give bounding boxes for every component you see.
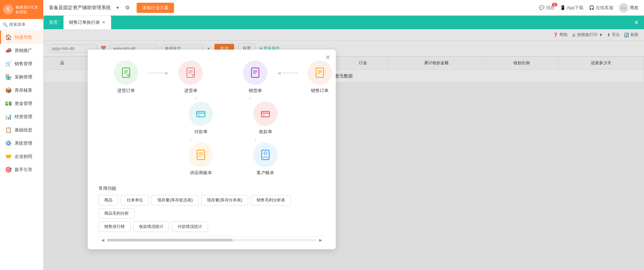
sidebar-item-enterprise[interactable]: 🤝 企业协同 — [0, 150, 43, 163]
svg-rect-28 — [262, 150, 269, 160]
header-right: 💬 消息 5 📱 App下载 🎧 在线客服 Ea 用友 — [539, 3, 639, 13]
modal-overlay[interactable]: ✕ — [43, 29, 644, 270]
experience-btn[interactable]: 体验行业方案 — [137, 3, 174, 13]
search-menu[interactable]: 🔍 搜索菜单 — [0, 19, 43, 31]
scroll-right-arrow[interactable]: ▶ — [319, 238, 322, 242]
receipt-icon: ¥ — [253, 102, 278, 126]
service-icon: 🎧 — [589, 5, 594, 10]
func-btn-inventory-status[interactable]: 现存量(库存状况表) — [152, 195, 198, 205]
system-dropdown-icon[interactable]: ▼ — [116, 5, 120, 10]
common-functions: 常用功能 商品 往来单位 现存量(库存状况表) 现存量(库存分布表) 销售毛利分… — [99, 185, 325, 232]
sidebar-item-finance[interactable]: 💵 资金管理 — [0, 97, 43, 110]
sales-order-node[interactable]: 销售订单 — [298, 60, 342, 94]
receipt-label: 收款单 — [259, 129, 272, 135]
payment-label: 付款单 — [194, 129, 208, 135]
app-name: 畅康通好生意 标准版 — [16, 5, 38, 15]
purchase-order-label: 进货订单 — [117, 88, 135, 94]
top-header: 装备及固定资产辅助管理系统 ▼ ⚙ 体验行业方案 💬 消息 5 📱 App下载 … — [43, 0, 644, 16]
scroll-track[interactable] — [107, 239, 316, 241]
tab-bar-close-icon[interactable]: ✕ — [634, 19, 639, 26]
sidebar: 6 畅康通好生意 标准版 🔍 搜索菜单 🏠 快捷导航 📣 营销推广 🛒 销售管理 — [0, 0, 43, 270]
search-icon: 🔍 — [3, 22, 8, 27]
svg-rect-6 — [187, 68, 194, 77]
purchase-icon: 🏪 — [5, 74, 12, 80]
sales-receipt-icon — [243, 60, 267, 85]
payment-node[interactable]: ¥ 付款单 — [179, 102, 223, 135]
settings-icon[interactable]: ⚙ — [125, 4, 130, 11]
tab-close-icon[interactable]: ✕ — [102, 20, 105, 25]
marketing-icon: 📣 — [5, 47, 12, 54]
sales-receipt-label: 销货单 — [249, 88, 262, 94]
svg-rect-24 — [197, 150, 205, 160]
svg-text:¥: ¥ — [263, 114, 265, 117]
customer-ledger-node[interactable]: 客户账本 — [243, 143, 288, 176]
purchase-receipt-label: 进货单 — [184, 88, 197, 94]
tab-bar: 首页 销售订单执行表 ✕ ✕ — [43, 16, 644, 29]
supplier-ledger-node[interactable]: 供应商账本 — [179, 143, 223, 176]
message-icon: 💬 — [539, 5, 544, 10]
app-logo: 6 畅康通好生意 标准版 — [0, 0, 43, 19]
func-btn-receipt-stats[interactable]: 收款情况统计 — [133, 221, 169, 232]
func-buttons-row1: 商品 往来单位 现存量(库存状况表) 现存量(库存分布表) 销售毛利分析表 商品… — [99, 195, 325, 219]
func-btn-sales-ranking[interactable]: 销售排行榜 — [99, 221, 130, 232]
receipt-node[interactable]: ¥ 收款单 — [243, 102, 288, 135]
payment-icon: ¥ — [189, 102, 213, 126]
inventory-icon: 📦 — [5, 87, 12, 93]
basic-info-icon: 📋 — [5, 127, 12, 133]
customer-ledger-label: 客户账本 — [257, 170, 274, 176]
newbie-icon: 🎯 — [5, 166, 12, 173]
online-service-action[interactable]: 🎧 在线客服 — [589, 5, 613, 11]
workflow-diagram: 进货订单 ▶ — [99, 58, 325, 179]
func-buttons-row2: 销售排行榜 收款情况统计 付款情况统计 — [99, 221, 325, 232]
sales-receipt-node[interactable]: 销货单 — [233, 60, 277, 94]
enterprise-icon: 🤝 — [5, 153, 12, 160]
sidebar-item-inventory[interactable]: 📦 库存核算 — [0, 84, 43, 97]
svg-text:6: 6 — [7, 6, 10, 12]
sidebar-item-quick-nav[interactable]: 🏠 快捷导航 — [0, 31, 43, 44]
func-btn-sales-margin[interactable]: 销售毛利分析表 — [251, 195, 291, 205]
finance-icon: 💵 — [5, 100, 12, 107]
svg-rect-10 — [251, 68, 259, 77]
supplier-ledger-label: 供应商账本 — [190, 170, 212, 176]
sidebar-item-purchase[interactable]: 🏪 采购管理 — [0, 70, 43, 84]
app-download-action[interactable]: 📱 App下载 — [560, 5, 584, 11]
sales-icon: 🛒 — [5, 60, 12, 67]
scroll-thumb — [107, 239, 233, 241]
func-btn-payment-stats[interactable]: 付款情况统计 — [172, 221, 208, 232]
tab-home[interactable]: 首页 — [43, 16, 64, 29]
download-icon: 📱 — [560, 5, 565, 10]
sidebar-item-basic-info[interactable]: 📋 基础信息 — [0, 123, 43, 137]
common-functions-title: 常用功能 — [99, 185, 325, 192]
sidebar-item-operations[interactable]: 📊 经营管理 — [0, 110, 43, 123]
customer-ledger-icon — [253, 143, 278, 167]
avatar: Ea — [619, 3, 628, 13]
svg-rect-2 — [122, 68, 130, 77]
svg-text:¥: ¥ — [198, 114, 200, 117]
content-area: ❓ 帮助 🖨 按模板打印 ▼ ⬆ 导出 🔄 刷新 — [43, 29, 644, 270]
sidebar-item-system[interactable]: ⚙️ 系统管理 — [0, 137, 43, 150]
sidebar-item-marketing[interactable]: 📣 营销推广 — [0, 44, 43, 57]
purchase-order-node[interactable]: 进货订单 — [104, 60, 148, 94]
scroll-left-arrow[interactable]: ◀ — [101, 238, 104, 242]
svg-rect-18 — [197, 111, 205, 117]
sidebar-nav: 🏠 快捷导航 📣 营销推广 🛒 销售管理 🏪 采购管理 📦 库存核算 💵 — [0, 31, 43, 270]
main-content: 装备及固定资产辅助管理系统 ▼ ⚙ 体验行业方案 💬 消息 5 📱 App下载 … — [43, 0, 644, 270]
user-action[interactable]: Ea 用友 — [619, 3, 639, 13]
message-action[interactable]: 💬 消息 5 — [539, 5, 555, 11]
system-title: 装备及固定资产辅助管理系统 — [49, 5, 111, 11]
func-btn-product[interactable]: 商品 — [99, 195, 118, 205]
sidebar-item-newbie[interactable]: 🎯 新手引导 — [0, 163, 43, 176]
sales-order-label: 销售订单 — [311, 88, 329, 94]
purchase-receipt-node[interactable]: 进货单 — [169, 60, 213, 94]
sidebar-item-sales[interactable]: 🛒 销售管理 — [0, 57, 43, 70]
scroll-row: ◀ ▶ — [99, 236, 325, 244]
func-btn-product-margin[interactable]: 商品毛利分析 — [99, 208, 135, 219]
func-btn-contacts[interactable]: 往来单位 — [121, 195, 149, 205]
tab-sales-order-exec[interactable]: 销售订单执行表 ✕ — [64, 16, 111, 29]
svg-point-29 — [264, 152, 267, 155]
purchase-receipt-icon — [178, 60, 203, 85]
operations-icon: 📊 — [5, 113, 12, 120]
modal-close-btn[interactable]: ✕ — [325, 54, 330, 61]
quick-nav-icon: 🏠 — [5, 34, 12, 40]
func-btn-inventory-dist[interactable]: 现存量(库存分布表) — [201, 195, 248, 205]
